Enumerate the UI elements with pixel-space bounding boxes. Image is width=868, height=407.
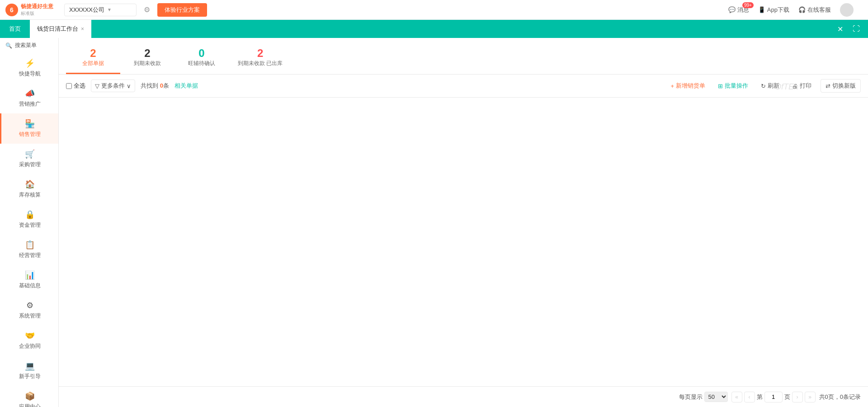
- per-page-label: 每页显示: [679, 393, 703, 401]
- page-suffix: 页: [784, 393, 790, 401]
- guide-icon: 💻: [25, 361, 35, 371]
- page-nav: « ‹ 第 页 › »: [731, 392, 816, 402]
- page-size-select: 每页显示 50 100 200: [679, 392, 728, 402]
- stat-tab-overdue[interactable]: 2 到期未收款: [120, 43, 175, 74]
- gear-icon: ⚙: [144, 5, 150, 14]
- service-icon: 🎧: [798, 6, 806, 13]
- sidebar-item-sales[interactable]: 🏪 销售管理: [0, 113, 58, 144]
- logo-area: 6 畅捷通好生意 标准版: [5, 3, 64, 16]
- filter-dropdown-icon: ∨: [127, 83, 131, 89]
- sidebar-label-marketing: 营销推广: [19, 100, 41, 108]
- found-count: 0: [160, 82, 163, 89]
- sidebar-item-app-center[interactable]: 📦 应用中心: [0, 386, 58, 407]
- sidebar-item-purchase[interactable]: 🛒 采购管理: [0, 144, 58, 174]
- sidebar-label-sales: 销售管理: [19, 131, 41, 138]
- refresh-icon: ↻: [761, 83, 766, 89]
- tab-maximize-button[interactable]: ⛶: [850, 23, 863, 35]
- top-header: 6 畅捷通好生意 标准版 XXXXXX公司 ▼ ⚙ 体验行业方案 💬 消息 99…: [0, 0, 868, 20]
- system-icon: ⚙: [25, 300, 35, 310]
- tab-bar: 首页 钱货日清工作台 × ✕ ⛶: [0, 20, 868, 38]
- page-prefix: 第: [757, 393, 763, 401]
- tab-label: 钱货日清工作台: [37, 25, 78, 33]
- tab-qianghuo[interactable]: 钱货日清工作台 ×: [30, 20, 91, 38]
- purchase-icon: 🛒: [25, 149, 35, 159]
- page-input[interactable]: [764, 392, 783, 402]
- tab-close-window-button[interactable]: ✕: [834, 23, 846, 35]
- sidebar-label-system: 系统管理: [19, 312, 41, 320]
- sidebar-item-base-info[interactable]: 📊 基础信息: [0, 265, 58, 295]
- stat-tab-overdue-out[interactable]: 2 到期未收款 已出库: [229, 43, 292, 74]
- sidebar-search[interactable]: 🔍 搜索菜单: [0, 38, 58, 53]
- switch-version-button[interactable]: ⇄ 切换新版: [821, 79, 861, 93]
- settings-gear-button[interactable]: ⚙: [140, 3, 154, 17]
- marketing-icon: 📣: [25, 89, 35, 98]
- related-link[interactable]: 相关单据: [175, 82, 198, 90]
- filter-button[interactable]: ▽ 更多条件 ∨: [91, 80, 135, 92]
- sidebar-label-quick-nav: 快捷导航: [19, 70, 41, 78]
- next-page-button[interactable]: ›: [792, 392, 803, 402]
- add-order-button[interactable]: + 新增销货单: [667, 80, 709, 92]
- sidebar-label-base-info: 基础信息: [19, 282, 41, 290]
- company-select[interactable]: XXXXXX公司 ▼: [64, 4, 137, 16]
- logo-icon: 6: [5, 4, 18, 16]
- stat-count-all: 2: [75, 47, 111, 60]
- search-icon: 🔍: [5, 42, 12, 49]
- sidebar-item-enterprise[interactable]: 🤝 企业协同: [0, 325, 58, 356]
- stat-tab-wangpu[interactable]: 0 旺辅待确认: [175, 43, 229, 74]
- enterprise-icon: 🤝: [25, 331, 35, 341]
- prev-page-button[interactable]: ‹: [744, 392, 755, 402]
- app-download-button[interactable]: 📱 App下载: [758, 6, 789, 14]
- stat-label-overdue-out: 到期未收款 已出库: [238, 60, 283, 67]
- total-info: 共0页，0条记录: [819, 393, 861, 401]
- last-page-button[interactable]: »: [805, 392, 816, 402]
- first-page-button[interactable]: «: [731, 392, 742, 402]
- refresh-button[interactable]: ↻ 刷新: [757, 80, 783, 92]
- stat-count-overdue: 2: [129, 47, 165, 60]
- stat-label-overdue: 到期未收款: [129, 60, 165, 67]
- sidebar-item-inventory[interactable]: 🏠 库存核算: [0, 174, 58, 204]
- table-area: [59, 98, 868, 386]
- sales-icon: 🏪: [25, 119, 35, 129]
- batch-icon: ⊞: [718, 83, 723, 89]
- tab-home[interactable]: 首页: [0, 20, 30, 38]
- switch-label: 切换新版: [832, 82, 856, 90]
- trial-button[interactable]: 体验行业方案: [157, 3, 207, 17]
- toolbar-left: 全选 ▽ 更多条件 ∨ 共找到 0条 相关单据: [66, 80, 661, 92]
- sidebar: 🔍 搜索菜单 ⚡ 快捷导航 📣 营销推广 🏪 销售管理 🛒 采购管理 🏠 库存核…: [0, 38, 59, 407]
- select-all-label: 全选: [74, 82, 85, 90]
- message-icon: 💬: [728, 6, 736, 13]
- select-all-input[interactable]: [66, 83, 72, 89]
- download-icon: 📱: [758, 6, 765, 13]
- found-text: 共找到 0条: [141, 82, 169, 90]
- message-badge: 99+: [742, 2, 754, 8]
- filter-icon: ▽: [95, 83, 99, 89]
- operations-icon: 📋: [25, 240, 35, 250]
- sidebar-item-system[interactable]: ⚙ 系统管理: [0, 295, 58, 325]
- logo-main: 畅捷通好生意: [21, 3, 53, 10]
- switch-icon: ⇄: [826, 83, 830, 89]
- finance-icon: 🔒: [25, 210, 35, 220]
- batch-button[interactable]: ⊞ 批量操作: [714, 80, 752, 92]
- app-download-label: App下载: [767, 6, 789, 14]
- online-service-button[interactable]: 🎧 在线客服: [798, 6, 831, 14]
- per-page-dropdown[interactable]: 50 100 200: [704, 392, 728, 402]
- print-button[interactable]: 🖨 打印: [788, 80, 815, 92]
- logo-text: 畅捷通好生意 标准版: [21, 3, 53, 16]
- message-button[interactable]: 💬 消息 99+: [728, 6, 749, 14]
- online-service-label: 在线客服: [807, 6, 831, 14]
- sidebar-item-marketing[interactable]: 📣 营销推广: [0, 83, 58, 113]
- stats-tabs: 2 全部单据 2 到期未收款 0 旺辅待确认 2 到期未收款 已出库: [59, 38, 868, 75]
- sidebar-label-app-center: 应用中心: [19, 403, 41, 407]
- sidebar-item-finance[interactable]: 🔒 资金管理: [0, 204, 58, 234]
- sidebar-item-guide[interactable]: 💻 新手引导: [0, 356, 58, 386]
- company-name: XXXXXX公司: [69, 6, 104, 14]
- avatar[interactable]: [840, 3, 854, 17]
- stat-tab-all[interactable]: 2 全部单据: [66, 43, 120, 74]
- base-info-icon: 📊: [25, 270, 35, 280]
- select-all-checkbox[interactable]: 全选: [66, 82, 85, 90]
- sidebar-item-quick-nav[interactable]: ⚡ 快捷导航: [0, 53, 58, 83]
- tab-close-icon[interactable]: ×: [81, 26, 84, 32]
- logo-sub: 标准版: [21, 10, 53, 16]
- sidebar-item-operations[interactable]: 📋 经营管理: [0, 234, 58, 265]
- app-center-icon: 📦: [25, 391, 35, 401]
